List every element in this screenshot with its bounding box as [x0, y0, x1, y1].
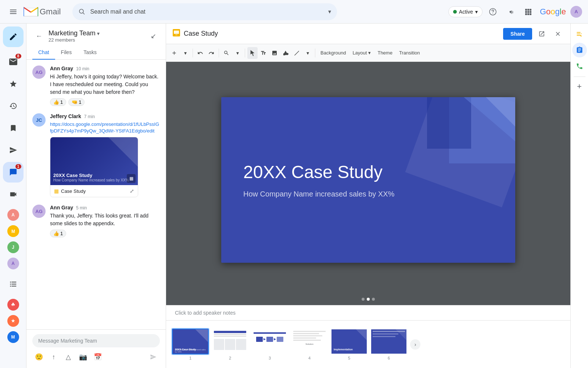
sidebar-send-button[interactable]: [3, 140, 24, 160]
toolbar-add-dropdown[interactable]: ▾: [180, 47, 190, 59]
contact-avatar-7[interactable]: M: [7, 331, 19, 343]
open-attachment-button[interactable]: ⤢: [130, 188, 134, 194]
sidebar-recent-button[interactable]: [3, 96, 24, 116]
close-slides-button[interactable]: [551, 27, 564, 40]
sidebar-mail-button[interactable]: 8: [3, 52, 24, 72]
speaker-notes[interactable]: Click to add speaker notes: [166, 305, 570, 320]
toolbar-line-button[interactable]: [291, 47, 302, 59]
reaction-fist-1[interactable]: 🤜 1: [68, 98, 85, 106]
message-group-2: JC Jeffery Clark 7 min https://docs.goog…: [32, 113, 160, 197]
emoji-button[interactable]: 🙂: [32, 350, 46, 364]
thumbnail-1[interactable]: 20XX Case Study How Company Name increas…: [172, 329, 209, 360]
tab-tasks[interactable]: Tasks: [78, 46, 103, 60]
open-new-window-button[interactable]: [535, 27, 548, 40]
back-button[interactable]: ←: [32, 29, 46, 43]
minimize-button[interactable]: ↙: [147, 29, 160, 43]
slide-subtitle[interactable]: How Company Name increased sales by XX%: [243, 190, 394, 198]
right-phone-button[interactable]: [572, 59, 587, 74]
share-button[interactable]: Share: [503, 28, 532, 40]
sidebar-meet-button[interactable]: [3, 184, 24, 205]
contact-avatar-5[interactable]: ☘: [7, 299, 19, 311]
apps-button[interactable]: [521, 4, 535, 19]
toolbar-redo-button[interactable]: [206, 47, 216, 59]
contact-avatar-2[interactable]: M: [7, 225, 19, 237]
attachment-card[interactable]: 20XX Case Study How Company Name increas…: [50, 137, 138, 197]
svg-rect-8: [530, 9, 531, 11]
right-tasks-button[interactable]: [572, 43, 587, 57]
message-input[interactable]: Message Marketing Team: [32, 334, 160, 347]
toolbar-image-button[interactable]: [269, 47, 280, 59]
reactions-1: 👍 1 🤜 1: [50, 98, 160, 106]
send-button[interactable]: [147, 350, 160, 364]
contact-avatar-3[interactable]: J: [7, 241, 19, 253]
thumbnail-3[interactable]: ▶ ▶ 3: [251, 329, 288, 360]
hamburger-button[interactable]: [6, 4, 21, 19]
toolbar-cursor-button[interactable]: [247, 47, 258, 59]
sidebar-saved-button[interactable]: [3, 118, 24, 138]
toolbar-zoom-dropdown[interactable]: ▾: [232, 47, 243, 59]
sidebar-tasks-button[interactable]: [3, 274, 24, 294]
video-button[interactable]: 📷: [76, 350, 90, 364]
toolbar-transition-button[interactable]: Transition: [396, 47, 423, 59]
theme-label: Theme: [377, 50, 392, 56]
search-bar[interactable]: Search mail and chat ▾: [72, 3, 337, 20]
thumbnail-2[interactable]: 2: [212, 329, 248, 360]
message-content-3: Ann Gray 5 min Thank you, Jeffery. This …: [50, 205, 160, 237]
toolbar-line-dropdown[interactable]: ▾: [302, 47, 313, 59]
help-button[interactable]: [485, 4, 500, 19]
status-badge[interactable]: Active ▾: [448, 6, 483, 17]
right-add-button[interactable]: +: [573, 80, 586, 93]
upload-button[interactable]: ↑: [47, 350, 60, 364]
settings-button[interactable]: [503, 4, 518, 19]
sidebar-starred-button[interactable]: [3, 74, 24, 94]
contact-avatar-6[interactable]: ★: [7, 315, 19, 327]
thumb-num-2: 2: [229, 356, 231, 360]
group-dropdown-icon: ▾: [97, 31, 100, 36]
l5: [293, 340, 321, 341]
toolbar-add-button[interactable]: [169, 47, 179, 59]
thumbnail-6[interactable]: 6: [370, 329, 407, 360]
chat-tabs: Chat Files Tasks: [26, 46, 166, 60]
toolbar-textbox-button[interactable]: [258, 47, 269, 59]
message-link[interactable]: https://docs.google.com/presentation/d/1…: [50, 121, 159, 134]
reaction-thumbsup-3[interactable]: 👍 1: [50, 230, 66, 237]
reaction-thumbsup-1[interactable]: 👍 1: [50, 98, 66, 106]
slide-nav-dots: [362, 298, 375, 301]
user-avatar[interactable]: A: [570, 6, 582, 18]
tab-chat[interactable]: Chat: [32, 46, 55, 60]
ann-avatar-1: AG: [32, 66, 46, 79]
toolbar-zoom-button[interactable]: [221, 47, 232, 59]
message-group-1: AG Ann Gray 10 min Hi Jeffery, how's it …: [32, 66, 160, 106]
at-mention-button[interactable]: △: [62, 350, 75, 364]
google-logo: Google: [540, 7, 566, 17]
calendar-button[interactable]: 📅: [91, 350, 104, 364]
toolbar-layout-button[interactable]: Layout ▾: [349, 47, 374, 59]
tab-files[interactable]: Files: [55, 46, 78, 60]
toolbar-undo-button[interactable]: [195, 47, 205, 59]
search-dropdown-icon[interactable]: ▾: [328, 8, 331, 15]
toolbar-shapes-button[interactable]: [280, 47, 291, 59]
right-notes-button[interactable]: [572, 26, 587, 41]
thumb-line-1: [214, 334, 246, 335]
chat-members-count: 22 members: [49, 37, 100, 43]
thumb-bg-1: 20XX Case Study How Company Name increas…: [173, 329, 208, 354]
thumbnails-next-button[interactable]: ›: [410, 339, 420, 350]
toolbar-separator-4: [315, 49, 315, 57]
slides-document-title[interactable]: Case Study: [184, 30, 500, 38]
transition-label: Transition: [399, 50, 420, 56]
sidebar-chat-button[interactable]: 1: [3, 162, 24, 183]
thumb-num-6: 6: [388, 356, 390, 360]
thumb-bg-5: Implementation: [331, 329, 367, 354]
slide-main-title[interactable]: 20XX Case Study: [243, 161, 394, 183]
nav-dot-3: [372, 298, 375, 301]
contact-avatar-1[interactable]: A: [7, 209, 19, 221]
slide-canvas[interactable]: 20XX Case Study How Company Name increas…: [221, 97, 515, 263]
slides-logo-icon: [172, 28, 181, 39]
contact-avatar-4[interactable]: A: [7, 258, 19, 269]
compose-button[interactable]: [3, 26, 24, 47]
toolbar-theme-button[interactable]: Theme: [374, 47, 395, 59]
svg-point-3: [79, 9, 83, 13]
thumbnail-4[interactable]: Solution 4: [291, 329, 328, 360]
toolbar-background-button[interactable]: Background: [318, 47, 349, 59]
thumbnail-5[interactable]: Implementation 5: [331, 329, 368, 360]
